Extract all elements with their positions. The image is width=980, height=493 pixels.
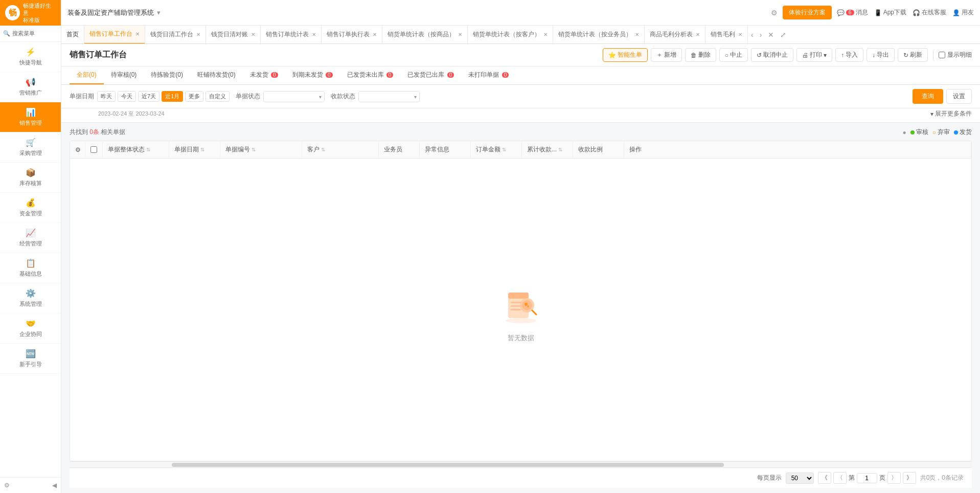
tab-close-icon[interactable]: ✕ [543, 32, 548, 37]
unreview-batch-btn[interactable]: ○ 弃审 [932, 128, 950, 137]
sidebar-item-purchase[interactable]: 🛒 采购管理 [0, 132, 61, 163]
sidebar-item-marketing[interactable]: 📢 营销推广 [0, 72, 61, 102]
tf-tab-wangpu[interactable]: 旺铺待发货(0) [190, 66, 243, 84]
sidebar-item-finance[interactable]: 💰 资金管理 [0, 193, 61, 223]
query-button[interactable]: 查询 [913, 89, 943, 104]
tab-close-icon[interactable]: ✕ [196, 32, 200, 37]
message-item[interactable]: 💬 6 消息 [837, 8, 868, 17]
tab-home[interactable]: 首页 [61, 26, 84, 44]
tab-cash-reconcile[interactable]: 钱货日清对账 ✕ [206, 26, 261, 44]
review-batch-btn[interactable]: 审核 [910, 128, 928, 137]
tf-tab-shipped-out[interactable]: 已发货已出库 0 [400, 66, 461, 84]
app-download-item[interactable]: 📱 App下载 [874, 8, 906, 17]
tf-tab-not-shipped[interactable]: 未发货 0 [243, 66, 285, 84]
th-status[interactable]: 单据整体状态 ⇅ [103, 141, 169, 158]
tf-tab-pending-inspect[interactable]: 待拣验货(0) [144, 66, 190, 84]
setting-button[interactable]: 设置 [946, 89, 972, 104]
online-service-item[interactable]: 🎧 在线客服 [913, 8, 946, 17]
th-number[interactable]: 单据编号 ⇅ [220, 141, 302, 158]
th-collected[interactable]: 累计收款... ⇅ [522, 141, 573, 158]
th-settings[interactable]: ⚙ [70, 142, 85, 158]
date-custom-btn[interactable]: 自定义 [206, 91, 230, 102]
th-customer[interactable]: 客户 ⇅ [302, 141, 379, 158]
scrollbar-thumb[interactable] [172, 463, 724, 467]
tf-tab-label: 未打印单据 [468, 71, 499, 78]
topbar-dropdown-arrow[interactable]: ▾ [157, 9, 161, 16]
import-button[interactable]: ↑ 导入 [835, 48, 863, 62]
tab-scroll-left-icon[interactable]: ‹ [748, 31, 757, 39]
tab-close-icon[interactable]: ✕ [251, 32, 255, 37]
th-amount[interactable]: 订单金额 ⇅ [471, 141, 522, 158]
date-yesterday-btn[interactable]: 昨天 [97, 91, 116, 102]
tab-sales-exec[interactable]: 销售订单执行表 ✕ [322, 26, 382, 44]
page-first-button[interactable]: 《 [818, 472, 831, 484]
cancel-stop-button[interactable]: ↺ 取消中止 [751, 48, 793, 62]
tab-close-icon[interactable]: ✕ [458, 32, 462, 37]
new-button[interactable]: ＋ 新增 [651, 48, 682, 62]
sidebar-item-corp[interactable]: 🤝 企业协同 [0, 313, 61, 344]
stop-button[interactable]: ○ 中止 [719, 48, 748, 62]
collapse-icon[interactable]: ◀ [52, 482, 57, 489]
tab-close-icon[interactable]: ✕ [373, 32, 377, 37]
tf-tab-all[interactable]: 全部(0) [70, 66, 104, 84]
tab-cash-daily[interactable]: 钱货日清工作台 ✕ [145, 26, 206, 44]
tab-close-icon[interactable]: ✕ [738, 32, 742, 37]
expand-conditions-button[interactable]: ▾ 展开更多条件 [930, 109, 972, 118]
tab-close-icon[interactable]: ✕ [635, 32, 639, 37]
show-detail-checkbox[interactable] [939, 52, 945, 58]
tf-tab-shipped-not-out[interactable]: 已发货未出库 0 [340, 66, 401, 84]
refresh-button[interactable]: ↻ 刷新 [898, 48, 928, 62]
tab-scroll-right-icon[interactable]: › [757, 31, 765, 39]
page-last-button[interactable]: 》 [903, 472, 916, 484]
tab-maximize-icon[interactable]: ⤢ [777, 31, 789, 39]
print-button[interactable]: 🖨 打印 ▾ [796, 48, 832, 62]
sidebar-item-sales[interactable]: 📊 销售管理 [0, 102, 61, 132]
tf-tab-expired-not-shipped[interactable]: 到期未发货 0 [285, 66, 340, 84]
tf-tab-pending-review[interactable]: 待审核(0) [104, 66, 144, 84]
show-detail-checkbox-label[interactable]: 显示明细 [939, 51, 972, 59]
user-item[interactable]: 👤 用友 [952, 8, 974, 17]
page-next-button[interactable]: 〉 [887, 472, 901, 484]
date-1month-btn[interactable]: 近1月 [162, 91, 183, 102]
date-more-btn[interactable]: 更多 [185, 91, 203, 102]
status-select[interactable] [263, 91, 325, 102]
payment-select[interactable] [358, 91, 420, 102]
sidebar-item-guide[interactable]: 🆕 新手引导 [0, 344, 61, 374]
select-all-checkbox[interactable] [90, 146, 97, 153]
sidebar-item-inventory[interactable]: 📦 库存核算 [0, 163, 61, 193]
settings-icon[interactable]: ⚙ [4, 482, 10, 489]
tab-sales-summary-customer[interactable]: 销货单统计表（按客户） ✕ [468, 26, 553, 44]
delete-button[interactable]: 🗑 删除 [685, 48, 716, 62]
sidebar-search[interactable]: 🔍 搜索菜单 [0, 26, 61, 42]
ship-batch-btn[interactable]: 发货 [954, 128, 972, 137]
sidebar-item-system[interactable]: ⚙️ 系统管理 [0, 283, 61, 313]
per-page-select[interactable]: 50 10 20 100 [786, 473, 814, 484]
sidebar-item-basic-info[interactable]: 📋 基础信息 [0, 253, 61, 283]
sidebar-item-operations[interactable]: 📈 经营管理 [0, 223, 61, 253]
sidebar-item-quick-nav[interactable]: ⚡ 快捷导航 [0, 42, 61, 72]
settings-gear-icon[interactable]: ⚙ [771, 9, 778, 17]
date-7days-btn[interactable]: 近7天 [138, 91, 159, 102]
horizontal-scrollbar[interactable] [70, 461, 972, 467]
export-button[interactable]: ↓ 导出 [867, 48, 895, 62]
column-settings-icon[interactable]: ⚙ [75, 146, 81, 153]
page-input[interactable] [857, 473, 877, 483]
tab-close-icon[interactable]: ✕ [696, 32, 700, 37]
date-today-btn[interactable]: 今天 [118, 91, 136, 102]
th-date[interactable]: 单据日期 ⇅ [169, 141, 220, 158]
tab-sales-workbench[interactable]: 销售订单工作台 ✕ [84, 26, 145, 44]
industry-solution-button[interactable]: 体验行业方案 [783, 6, 832, 19]
tab-sales-stats[interactable]: 销售订单统计表 ✕ [261, 26, 322, 44]
smart-create-button[interactable]: ⭐ 智能生单 [603, 48, 648, 62]
tab-close-icon[interactable]: ✕ [312, 32, 316, 37]
tab-gross-profit[interactable]: 商品毛利分析表 ✕ [645, 26, 705, 44]
tab-sales-summary-product[interactable]: 销货单统计表（按商品） ✕ [382, 26, 468, 44]
tab-close-all-icon[interactable]: ✕ [765, 31, 777, 39]
tab-sales-summary-staff[interactable]: 销货单统计表（按业务员） ✕ [553, 26, 645, 44]
tf-tab-not-printed[interactable]: 未打印单据 0 [461, 66, 516, 84]
tab-close-icon[interactable]: ✕ [135, 31, 140, 37]
page-prev-button[interactable]: 〈 [833, 472, 847, 484]
th-checkbox[interactable] [85, 142, 103, 157]
tab-sales-profit[interactable]: 销售毛利 ✕ [705, 26, 748, 44]
th-ratio-label: 收款比例 [578, 145, 603, 154]
